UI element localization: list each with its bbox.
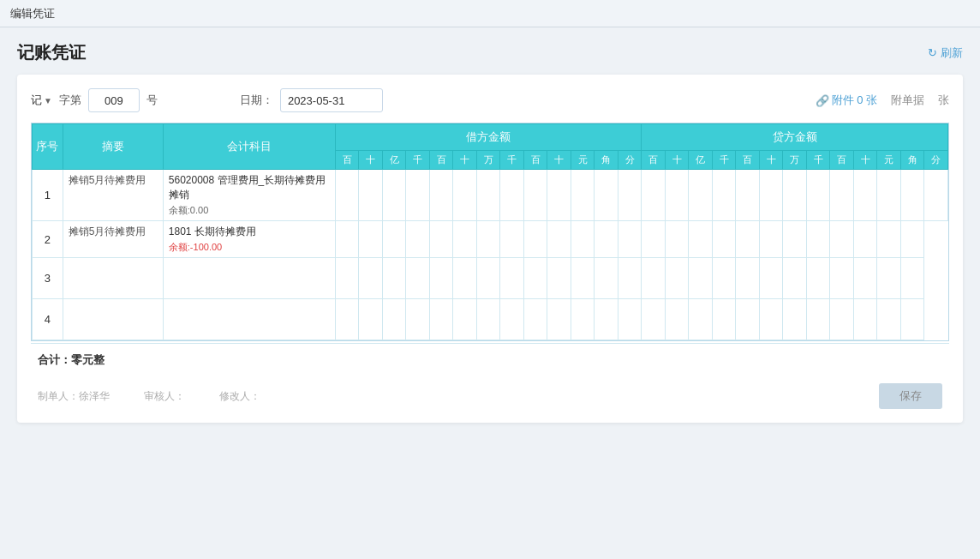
th-credit: 贷方金额	[642, 124, 948, 151]
attachment-link[interactable]: 🔗 附件 0 张	[816, 93, 877, 108]
th-credit-fen1: 分	[924, 151, 948, 170]
row-summary-1[interactable]: 摊销5月待摊费用	[63, 170, 163, 221]
th-credit-shi2: 十	[759, 151, 783, 170]
table-row: 2 摊销5月待摊费用 1801 长期待摊费用 余额:-100.00	[33, 221, 948, 258]
row-credit-1-9[interactable]	[830, 170, 854, 221]
row-credit-1-4[interactable]	[712, 170, 736, 221]
row-seq-4: 4	[33, 299, 63, 340]
th-debit-yuan1: 元	[571, 151, 595, 170]
row-debit-1-10[interactable]	[547, 170, 571, 221]
th-debit-bai1: 百	[335, 151, 359, 170]
save-button[interactable]: 保存	[879, 383, 942, 409]
th-debit-bai3: 百	[523, 151, 547, 170]
row-debit-1-3[interactable]	[382, 170, 406, 221]
row-summary-3[interactable]	[63, 258, 163, 299]
date-input[interactable]	[280, 88, 383, 112]
th-credit-yi1: 亿	[689, 151, 713, 170]
title-bar: 编辑凭证	[0, 0, 980, 27]
main-container: 记账凭证 ↻ 刷新 记 ▼ 字第 号 日期： 🔗 附件 0 张 附单据	[0, 27, 980, 559]
th-credit-wan1: 万	[783, 151, 807, 170]
th-account: 会计科目	[163, 124, 335, 170]
th-credit-bai3: 百	[830, 151, 854, 170]
row-debit-1-11[interactable]	[571, 170, 595, 221]
paperclip-icon: 🔗	[816, 94, 829, 107]
row-credit-1-13[interactable]	[924, 170, 948, 221]
th-debit-jiao1: 角	[595, 151, 618, 170]
row-debit-1-8[interactable]	[500, 170, 524, 221]
attachment-unit: 张	[938, 93, 949, 108]
th-summary: 摘要	[63, 124, 163, 170]
row-summary-2[interactable]: 摊销5月待摊费用	[63, 221, 163, 258]
refresh-label: 刷新	[941, 45, 963, 61]
row-debit-1-12[interactable]	[595, 170, 618, 221]
row-credit-1-6[interactable]	[759, 170, 783, 221]
row-debit-1-13[interactable]	[618, 170, 642, 221]
refresh-icon: ↻	[928, 46, 937, 59]
attachment-area: 🔗 附件 0 张 附单据 张	[816, 93, 949, 108]
th-seq: 序号	[33, 124, 63, 170]
info-footer: 制单人：徐泽华 审核人： 修改人： 保存	[31, 376, 949, 409]
hao-label: 号	[146, 93, 158, 108]
creator-label: 制单人：徐泽华	[38, 389, 110, 404]
voucher-card: 记 ▼ 字第 号 日期： 🔗 附件 0 张 附单据 张	[17, 75, 963, 423]
title-bar-label: 编辑凭证	[10, 6, 55, 21]
row-credit-1-7[interactable]	[783, 170, 807, 221]
zi-label: 字第	[59, 93, 81, 108]
table-row: 4	[33, 299, 948, 340]
th-debit-wan1: 万	[476, 151, 500, 170]
row-debit-1-6[interactable]	[453, 170, 477, 221]
voucher-type-text: 记	[31, 93, 42, 108]
voucher-number-input[interactable]	[88, 88, 140, 112]
total-row: 合计：零元整	[31, 343, 949, 376]
row-debit-1-2[interactable]	[359, 170, 383, 221]
refresh-button[interactable]: ↻ 刷新	[928, 45, 963, 61]
th-debit-shi1: 十	[359, 151, 383, 170]
th-credit-bai2: 百	[736, 151, 760, 170]
table-row: 1 摊销5月待摊费用 56020008 管理费用_长期待摊费用摊销 余额:0.0…	[33, 170, 948, 221]
row-debit-1-4[interactable]	[406, 170, 430, 221]
row-credit-1-1[interactable]	[642, 170, 666, 221]
row-debit-1-7[interactable]	[476, 170, 500, 221]
attachment-label: 附件 0 张	[832, 93, 877, 108]
row-credit-1-11[interactable]	[877, 170, 901, 221]
th-credit-yuan1: 元	[877, 151, 901, 170]
row-account-3[interactable]	[163, 258, 335, 299]
attachment-note: 附单据	[891, 93, 924, 108]
th-debit-qian1: 千	[406, 151, 430, 170]
row-seq-3: 3	[33, 258, 63, 299]
row-credit-1-10[interactable]	[853, 170, 877, 221]
row-seq-1: 1	[33, 170, 63, 221]
th-debit-fen1: 分	[618, 151, 642, 170]
th-credit-qian1: 千	[712, 151, 736, 170]
voucher-type-selector[interactable]: 记 ▼	[31, 93, 52, 108]
row-account-1[interactable]: 56020008 管理费用_长期待摊费用摊销 余额:0.00	[163, 170, 335, 221]
row-credit-1-12[interactable]	[900, 170, 924, 221]
chevron-down-icon[interactable]: ▼	[44, 96, 52, 105]
row-debit-1-5[interactable]	[429, 170, 453, 221]
row-account-4[interactable]	[163, 299, 335, 340]
row-summary-4[interactable]	[63, 299, 163, 340]
th-credit-shi1: 十	[665, 151, 689, 170]
row-credit-1-8[interactable]	[806, 170, 830, 221]
th-credit-qian2: 千	[806, 151, 830, 170]
voucher-table-wrapper: 序号 摘要 会计科目 借方金额 贷方金额	[31, 123, 949, 341]
row-debit-1-1[interactable]	[335, 170, 359, 221]
reviewer-label: 审核人：	[144, 389, 185, 404]
th-debit-qian2: 千	[500, 151, 524, 170]
th-credit-jiao1: 角	[900, 151, 924, 170]
th-credit-bai1: 百	[642, 151, 666, 170]
date-label: 日期：	[240, 93, 273, 108]
row-credit-1-3[interactable]	[689, 170, 713, 221]
th-credit-shi3: 十	[853, 151, 877, 170]
th-debit: 借方金额	[335, 124, 642, 151]
row-debit-1-9[interactable]	[523, 170, 547, 221]
page-header: 记账凭证 ↻ 刷新	[17, 41, 963, 64]
th-debit-bai2: 百	[429, 151, 453, 170]
voucher-table: 序号 摘要 会计科目 借方金额 贷方金额	[32, 123, 948, 340]
row-account-2[interactable]: 1801 长期待摊费用 余额:-100.00	[163, 221, 335, 258]
row-credit-1-2[interactable]	[665, 170, 689, 221]
row-credit-1-5[interactable]	[736, 170, 760, 221]
voucher-form-row: 记 ▼ 字第 号 日期： 🔗 附件 0 张 附单据 张	[31, 88, 949, 112]
page-title: 记账凭证	[17, 41, 86, 64]
row-seq-2: 2	[33, 221, 63, 258]
